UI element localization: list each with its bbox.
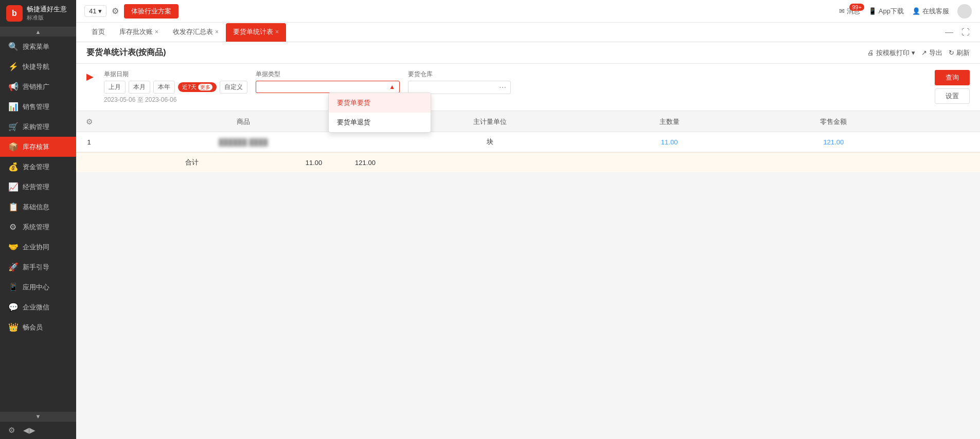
col-extra-header: [923, 112, 980, 132]
user-avatar[interactable]: [957, 4, 972, 19]
date-range-text: 2023-05-06 至 2023-06-06: [104, 96, 247, 104]
sidebar-item-icon-12: 📱: [8, 282, 17, 292]
tab-minimize-button[interactable]: —: [943, 27, 955, 38]
filter-row: 单据日期 上月 本月 本年 近7天 更多 自定义 2023-05-06 至 20…: [104, 70, 924, 104]
tab-inventory-batch-label: 库存批次账: [119, 27, 153, 36]
cell-unit-0: 块: [385, 132, 595, 152]
tab-requisition-stats-close[interactable]: ×: [275, 28, 279, 35]
tab-maximize-button[interactable]: ⛶: [959, 27, 972, 38]
sidebar-item-5[interactable]: 📦 库存核算: [0, 137, 76, 157]
sidebar-item-label-4: 采购管理: [23, 122, 49, 132]
sidebar-item-2[interactable]: 📢 营销推广: [0, 77, 76, 97]
sidebar-item-label-11: 新手引导: [23, 263, 49, 272]
warehouse-filter-label: 要货仓库: [408, 70, 511, 79]
tab-inventory-batch[interactable]: 库存批次账 ×: [112, 23, 166, 42]
sidebar-item-12[interactable]: 📱 应用中心: [0, 277, 76, 297]
date-btn-custom[interactable]: 自定义: [220, 81, 247, 94]
type-filter-label: 单据类型: [256, 70, 400, 79]
sidebar-item-10[interactable]: 🤝 企业协同: [0, 237, 76, 257]
footer-quantity: 11.00: [288, 159, 340, 167]
sidebar-item-icon-0: 🔍: [8, 42, 17, 51]
tabbar: 首页 库存批次账 × 收发存汇总表 × 要货单统计表 × — ⛶: [76, 23, 980, 42]
filter-date-row: 上月 本月 本年 近7天 更多 自定义: [104, 81, 247, 94]
warehouse-filter-input[interactable]: [413, 84, 499, 91]
dropdown-item-requisition-return[interactable]: 要货单退货: [329, 113, 431, 132]
filter-toggle-icon[interactable]: ▶: [86, 71, 94, 82]
date-btn-7days[interactable]: 近7天 更多: [178, 82, 217, 92]
online-service-button[interactable]: 👤 在线客服: [912, 7, 949, 16]
sidebar-item-13[interactable]: 💬 企业微信: [0, 297, 76, 317]
sidebar-item-3[interactable]: 📊 销售管理: [0, 97, 76, 117]
sidebar-item-0[interactable]: 🔍 搜索菜单: [0, 36, 76, 57]
topbar-gear-icon[interactable]: ⚙: [112, 6, 119, 16]
store-dropdown-icon: ▾: [98, 7, 102, 15]
print-button[interactable]: 🖨 按模板打印 ▾: [867, 48, 915, 58]
sidebar-item-label-13: 企业微信: [23, 303, 49, 312]
sidebar-item-icon-6: 💰: [8, 162, 17, 172]
col-retail-amount-header: 零售金额: [744, 112, 923, 132]
col-settings-icon[interactable]: ⚙: [86, 117, 93, 126]
table-row: 1 ██████ ████ 块 11.00 121.00: [76, 132, 980, 152]
sidebar-item-8[interactable]: 📋 基础信息: [0, 197, 76, 217]
sidebar-item-6[interactable]: 💰 资金管理: [0, 157, 76, 177]
page-content: 要货单统计表(按商品) 🖨 按模板打印 ▾ ↗ 导出 ↻ 刷新 ▶: [76, 42, 980, 439]
cell-product-0: ██████ ████: [102, 132, 385, 152]
setting-button[interactable]: 设置: [935, 88, 970, 104]
tab-receive-send-label: 收发存汇总表: [173, 27, 213, 36]
date-btn-this-month[interactable]: 本月: [129, 81, 150, 94]
cell-extra-0: [923, 132, 980, 152]
sidebar-item-9[interactable]: ⚙ 系统管理: [0, 217, 76, 237]
collapse-icon[interactable]: ◀▶: [23, 426, 35, 435]
company-name: 畅捷通好生意: [27, 5, 67, 14]
sidebar-item-icon-3: 📊: [8, 102, 17, 112]
tab-requisition-stats[interactable]: 要货单统计表 ×: [226, 23, 286, 42]
dropdown-item-requisition-order[interactable]: 要货单要货: [329, 93, 431, 113]
sidebar-item-icon-7: 📈: [8, 182, 17, 192]
refresh-icon: ↻: [949, 49, 954, 57]
sidebar-bottom: ⚙ ◀▶: [0, 421, 76, 439]
sidebar-scroll-up[interactable]: ▲: [0, 27, 76, 36]
main-content: 41 ▾ ⚙ 体验行业方案 ✉ 消息 99+ 📱 App下载 👤 在线客服: [76, 0, 980, 439]
tab-receive-send-close[interactable]: ×: [215, 28, 219, 35]
sidebar-item-7[interactable]: 📈 经营管理: [0, 177, 76, 197]
sidebar-item-label-12: 应用中心: [23, 283, 49, 292]
table-area: ⚙ 商品 主计量单位 主数量 零售金额 1 ██████ ████ 块 11.0…: [76, 112, 980, 172]
online-service-label: 在线客服: [922, 7, 949, 16]
sidebar-item-14[interactable]: 👑 畅会员: [0, 317, 76, 337]
sidebar-item-label-0: 搜索菜单: [23, 42, 49, 51]
trial-button[interactable]: 体验行业方案: [124, 4, 179, 19]
page-header: 要货单统计表(按商品) 🖨 按模板打印 ▾ ↗ 导出 ↻ 刷新: [76, 42, 980, 64]
settings-icon[interactable]: ⚙: [8, 426, 15, 435]
sidebar-item-label-2: 营销推广: [23, 82, 49, 92]
export-label: 导出: [929, 48, 942, 58]
sidebar-item-icon-9: ⚙: [8, 222, 17, 232]
tab-inventory-batch-close[interactable]: ×: [155, 28, 158, 35]
query-button[interactable]: 查询: [935, 70, 970, 85]
sidebar: b 畅捷通好生意 标准版 ▲ 🔍 搜索菜单 ⚡ 快捷导航 📢 营销推广 📊 销售…: [0, 0, 76, 439]
type-select-up-icon[interactable]: ▲: [389, 83, 395, 90]
type-filter-select[interactable]: ▲: [256, 81, 400, 93]
tab-home[interactable]: 首页: [84, 23, 112, 42]
type-filter-input[interactable]: [260, 83, 389, 90]
sidebar-item-4[interactable]: 🛒 采购管理: [0, 117, 76, 137]
export-button[interactable]: ↗ 导出: [921, 48, 942, 58]
app-download-button[interactable]: 📱 App下载: [868, 7, 904, 16]
store-selector[interactable]: 41 ▾: [84, 5, 106, 17]
refresh-label: 刷新: [956, 48, 970, 58]
sidebar-item-11[interactable]: 🚀 新手引导: [0, 257, 76, 277]
date-btn-last-month[interactable]: 上月: [104, 81, 126, 94]
topbar-right: ✉ 消息 99+ 📱 App下载 👤 在线客服: [839, 4, 972, 19]
sidebar-item-icon-8: 📋: [8, 202, 17, 212]
date-btn-this-year[interactable]: 本年: [153, 81, 175, 94]
col-settings-header[interactable]: ⚙: [76, 112, 102, 132]
col-quantity-header: 主数量: [595, 112, 743, 132]
page-actions: 🖨 按模板打印 ▾ ↗ 导出 ↻ 刷新: [867, 48, 970, 58]
tab-receive-send[interactable]: 收发存汇总表 ×: [166, 23, 226, 42]
topbar-left: 41 ▾ ⚙ 体验行业方案: [84, 4, 179, 19]
sidebar-item-1[interactable]: ⚡ 快捷导航: [0, 57, 76, 77]
warehouse-more-icon[interactable]: ⋯: [499, 83, 506, 92]
logo-icon: b: [6, 5, 23, 22]
messages-button[interactable]: ✉ 消息 99+: [839, 7, 860, 16]
sidebar-scroll-down[interactable]: ▼: [0, 412, 76, 421]
refresh-button[interactable]: ↻ 刷新: [949, 48, 970, 58]
